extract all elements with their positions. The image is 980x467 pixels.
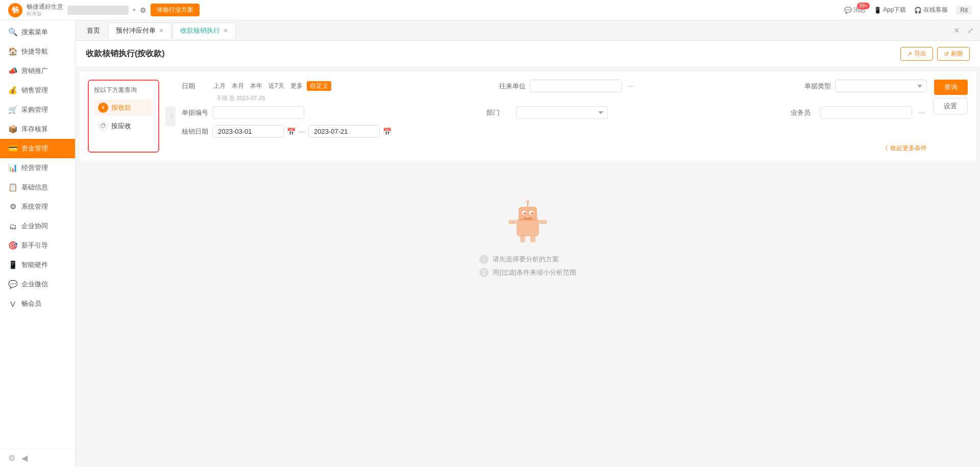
refresh-button[interactable]: ↺ 刷新 xyxy=(937,47,970,61)
svg-point-5 xyxy=(531,212,533,214)
expand-button[interactable]: ⤢ xyxy=(965,25,976,36)
tab-home[interactable]: 首页 xyxy=(80,22,107,39)
sidebar-item-basic-info[interactable]: 📋基础信息 xyxy=(0,178,75,197)
tab-collection[interactable]: 收款核销执行✕ xyxy=(173,22,236,39)
edition-label: 标准版 xyxy=(27,11,63,17)
department-field: 部门 xyxy=(486,106,608,119)
sidebar-label-inventory: 库存核算 xyxy=(21,125,48,134)
close-tab-button[interactable]: ✕ xyxy=(951,25,962,36)
sidebar-item-search[interactable]: 🔍搜索菜单 xyxy=(0,22,75,42)
collapse-more: 《 收起更多条件 xyxy=(182,144,927,153)
salesperson-input[interactable] xyxy=(820,106,912,119)
collapse-icon[interactable]: ◀ xyxy=(21,453,28,463)
chevron-down-icon[interactable]: ▾ xyxy=(133,7,136,13)
calendar-end-icon[interactable]: 📅 xyxy=(383,128,391,136)
filter-sidebar-title: 按以下方案查询 xyxy=(94,86,153,94)
sidebar-item-guide[interactable]: 🎯新手引导 xyxy=(0,236,75,255)
tab-prepay[interactable]: 预付冲应付单✕ xyxy=(108,22,172,39)
this-month-btn[interactable]: 本月 xyxy=(230,81,246,91)
more-dates-btn[interactable]: 更多 xyxy=(288,81,305,91)
solution-button[interactable]: 体验行业方案 xyxy=(151,4,200,16)
tabbar: 首页预付冲应付单✕收款核销执行✕ ✕ ⤢ xyxy=(76,20,980,41)
settings-button[interactable]: 设置 xyxy=(933,98,968,114)
sidebar-label-finance: 资金管理 xyxy=(21,144,48,153)
date-field: 日期 上月 本月 本年 近7天 更多 自定义 xyxy=(182,81,331,91)
sidebar-item-sales[interactable]: 💰销售管理 xyxy=(0,81,75,100)
counterpart-field: 往来单位 ··· xyxy=(499,80,636,92)
custom-date-btn[interactable]: 自定义 xyxy=(307,81,331,91)
document-type-select[interactable] xyxy=(835,80,927,92)
sidebar-item-purchase[interactable]: 🛒采购管理 xyxy=(0,100,75,119)
sidebar-label-marketing: 营销推广 xyxy=(21,66,48,76)
date-note: 不限 至 2023-07-26 xyxy=(216,94,265,102)
counterpart-more-icon[interactable]: ··· xyxy=(626,82,636,91)
sidebar-item-marketing[interactable]: 📣营销推广 xyxy=(0,61,75,81)
sidebar-label-quick-nav: 快捷导航 xyxy=(21,47,48,56)
date-note-row: 不限 至 2023-07-26 xyxy=(182,94,927,102)
sidebar-item-enterprise[interactable]: 🗂企业协同 xyxy=(0,216,75,236)
user-avatar[interactable]: Rit xyxy=(956,6,972,15)
sidebar-item-wechat[interactable]: 💬企业微信 xyxy=(0,275,75,294)
sidebar-item-operation[interactable]: 📊经营管理 xyxy=(0,158,75,178)
salesperson-label: 业务员 xyxy=(791,108,816,117)
document-type-field: 单据类型 xyxy=(804,80,927,92)
sidebar-label-operation: 经营管理 xyxy=(21,163,48,173)
this-year-btn[interactable]: 本年 xyxy=(248,81,264,91)
brand-name: 畅捷通好生意 xyxy=(27,3,63,10)
filter-actions: 查询 设置 xyxy=(933,80,968,153)
refresh-icon: ↺ xyxy=(944,51,949,58)
collapse-more-button[interactable]: 《 收起更多条件 xyxy=(882,144,927,153)
empty-tip-2: 2 用[过滤]条件来缩小分析范围 xyxy=(479,268,576,277)
message-icon: 💬 xyxy=(844,7,852,14)
finance-icon: 💳 xyxy=(8,144,17,153)
sidebar-item-system[interactable]: ⚙系统管理 xyxy=(0,197,75,216)
tab-label-prepay: 预付冲应付单 xyxy=(116,26,156,35)
export-button[interactable]: ↗ 导出 xyxy=(900,47,933,61)
writeoff-end-input[interactable] xyxy=(308,125,380,138)
department-select[interactable] xyxy=(516,106,608,119)
empty-tips: 1 请先选择要分析的方案 2 用[过滤]条件来缩小分析范围 xyxy=(479,255,576,277)
topbar-right: 💬 消息 99+ 📱 App下载 🎧 在线客服 Rit xyxy=(844,6,972,15)
document-no-field: 单据编号 xyxy=(182,106,304,119)
svg-rect-11 xyxy=(530,235,535,242)
filter-option-by-collection[interactable]: ￥ 按收款 xyxy=(94,100,153,116)
document-no-input[interactable] xyxy=(212,106,304,119)
tab-label-collection: 收款核销执行 xyxy=(180,26,220,35)
filter-area: 按以下方案查询 ￥ 按收款 ⏱ 按应收 《 xyxy=(80,71,976,161)
page-title: 收款核销执行(按收款) xyxy=(86,48,165,59)
counterpart-input[interactable] xyxy=(530,80,622,92)
tab-close-prepay[interactable]: ✕ xyxy=(159,27,164,34)
basic-info-icon: 📋 xyxy=(8,183,17,192)
calendar-start-icon[interactable]: 📅 xyxy=(287,128,296,136)
writeoff-start-input[interactable] xyxy=(212,125,284,138)
sidebar-label-sales: 销售管理 xyxy=(21,86,48,95)
sidebar-label-wechat: 企业微信 xyxy=(21,280,48,289)
last-month-btn[interactable]: 上月 xyxy=(211,81,228,91)
filter-option-by-receivable[interactable]: ⏱ 按应收 xyxy=(94,118,153,134)
tab-close-collection[interactable]: ✕ xyxy=(223,27,228,34)
sidebar-label-enterprise: 企业协同 xyxy=(21,222,48,231)
sidebar-item-finance[interactable]: 💳资金管理 xyxy=(0,139,75,158)
sidebar-item-member[interactable]: V畅会员 xyxy=(0,294,75,313)
filter-sidebar: 按以下方案查询 ￥ 按收款 ⏱ 按应收 xyxy=(88,80,159,153)
sidebar-item-hardware[interactable]: 📱智能硬件 xyxy=(0,255,75,275)
writeoff-date-label: 核销日期 xyxy=(182,127,208,136)
sidebar-menu: 🔍搜索菜单🏠快捷导航📣营销推广💰销售管理🛒采购管理📦库存核算💳资金管理📊经营管理… xyxy=(0,20,75,449)
salesperson-field: 业务员 ··· xyxy=(791,106,927,119)
sidebar-bottom: ⚙ ◀ xyxy=(0,449,75,467)
settings-icon[interactable]: ⚙ xyxy=(8,453,15,463)
sidebar-item-inventory[interactable]: 📦库存核算 xyxy=(0,119,75,139)
salesperson-more-icon[interactable]: ··· xyxy=(916,108,927,117)
page-container: 收款核销执行(按收款) ↗ 导出 ↺ 刷新 按以下方案查询 xyxy=(76,41,980,467)
gear-icon[interactable]: ⚙ xyxy=(140,6,146,14)
message-button[interactable]: 💬 消息 99+ xyxy=(844,6,866,14)
guide-icon: 🎯 xyxy=(8,241,17,250)
app-download-button[interactable]: 📱 App下载 xyxy=(874,6,906,14)
last-7days-btn[interactable]: 近7天 xyxy=(266,81,286,91)
query-button[interactable]: 查询 xyxy=(934,80,968,95)
collapse-sidebar-button[interactable]: 《 xyxy=(165,106,176,127)
service-button[interactable]: 🎧 在线客服 xyxy=(914,6,948,14)
marketing-icon: 📣 xyxy=(8,66,17,76)
sidebar-item-quick-nav[interactable]: 🏠快捷导航 xyxy=(0,42,75,61)
filter-row-1: 日期 上月 本月 本年 近7天 更多 自定义 xyxy=(182,80,927,92)
